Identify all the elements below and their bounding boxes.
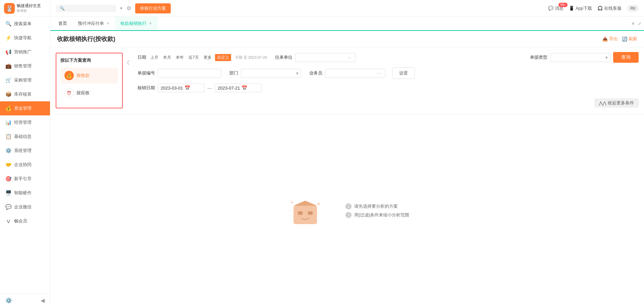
- industry-btn[interactable]: 体验行业方案: [135, 3, 171, 13]
- header-search-box[interactable]: 🔍: [56, 5, 116, 12]
- svg-rect-1: [298, 211, 303, 215]
- sidebar-item-search[interactable]: 🔍 搜索菜单: [0, 17, 50, 31]
- date-7days[interactable]: 近7天: [187, 54, 200, 61]
- query-option-receivable[interactable]: ⏰ 按应收: [60, 85, 118, 101]
- receivable-option-icon: ⏰: [64, 88, 74, 98]
- sidebar-item-system[interactable]: ⚙️ 系统管理: [0, 144, 50, 158]
- tab-receipt-label: 收款核销执行: [120, 20, 147, 27]
- message-btn[interactable]: 💬 消息 99+: [548, 5, 564, 11]
- refresh-icon: 🔄: [622, 37, 627, 42]
- sidebar-item-marketing[interactable]: 📢 营销推广: [0, 45, 50, 59]
- export-label: 导出: [609, 36, 618, 42]
- empty-svg: [285, 191, 325, 231]
- verify-end-date[interactable]: 2023-07-21 📅: [215, 84, 262, 92]
- sidebar-item-label: 经营管理: [14, 119, 32, 125]
- sidebar-item-inventory[interactable]: 📦 库存核算: [0, 87, 50, 101]
- staff-input[interactable]: ···: [325, 69, 385, 78]
- date-this-month[interactable]: 本月: [162, 54, 172, 61]
- tab-receipt[interactable]: 收款核销执行 ×: [115, 17, 158, 31]
- verify-date-field-group: 核销日期 2023-03-01 📅 — 2023-07-21 📅: [138, 84, 262, 92]
- tab-receipt-close[interactable]: ×: [149, 20, 152, 27]
- sidebar-item-guide[interactable]: 🎯 新手引导: [0, 172, 50, 186]
- verify-start-date[interactable]: 2023-03-01 📅: [158, 84, 205, 92]
- query-panel: 按以下方案查询 💰 按收款 ⏰ 按应收: [56, 53, 123, 108]
- svg-rect-0: [293, 206, 317, 224]
- receipt-option-icon: 💰: [64, 71, 74, 80]
- query-panel-title: 按以下方案查询: [60, 57, 118, 63]
- sidebar-item-label: 基础信息: [14, 134, 32, 140]
- svg-point-4: [317, 203, 320, 205]
- date-separator: —: [207, 85, 212, 91]
- filter-rows: 日期 上月 本月 本年 近7天 更多 自定义 不限 至 2023-07-26: [132, 47, 644, 114]
- bill-type-label: 单据类型: [530, 54, 547, 60]
- sidebar-item-finance[interactable]: 💰 资金管理: [0, 101, 50, 115]
- query-btn[interactable]: 查询: [613, 52, 639, 63]
- sidebar-item-wechat[interactable]: 💬 企业微信: [0, 200, 50, 214]
- tab-home[interactable]: 首页: [53, 17, 72, 31]
- settings-btn[interactable]: 设置: [392, 67, 415, 79]
- date-last-month[interactable]: 上月: [149, 54, 160, 61]
- collapse-more-btn[interactable]: ⋀⋀ 收起更多条件: [594, 98, 639, 108]
- maximize-window-icon[interactable]: ⤢: [638, 21, 641, 26]
- sidebar-item-basic[interactable]: 📋 基础信息: [0, 130, 50, 144]
- bill-type-select[interactable]: [550, 53, 610, 62]
- header-right: 💬 消息 99+ 📱 App下载 🎧 在线客服 Rit: [548, 5, 639, 12]
- app-download-btn[interactable]: 📱 App下载: [569, 5, 592, 11]
- collapse-up-icon: ⋀⋀: [599, 101, 606, 106]
- guide-icon: 🎯: [5, 176, 11, 182]
- online-service-btn[interactable]: 🎧 在线客服: [597, 5, 622, 11]
- logo-icon: 🐰: [4, 3, 15, 14]
- export-btn[interactable]: 📤 导出: [602, 36, 618, 42]
- date-this-year[interactable]: 本年: [174, 54, 185, 61]
- hardware-icon: 🖥️: [5, 190, 11, 196]
- sidebar-nav: 🔍 搜索菜单 ⚡ 快捷导航 📢 营销推广 💼 销售管理 🛒 采购管理 📦 库存核…: [0, 17, 50, 294]
- svg-point-5: [289, 210, 291, 211]
- tab-prepay-close[interactable]: ×: [106, 20, 110, 27]
- finance-icon: 💰: [5, 105, 11, 111]
- sidebar-item-hardware[interactable]: 🖥️ 智能硬件: [0, 186, 50, 200]
- sidebar-item-quicknav[interactable]: ⚡ 快捷导航: [0, 31, 50, 45]
- refresh-btn[interactable]: 🔄 刷新: [622, 36, 637, 42]
- counterparty-dots: ···: [347, 55, 351, 60]
- date-custom[interactable]: 自定义: [215, 54, 231, 61]
- header-dropdown-icon[interactable]: ▾: [120, 6, 122, 11]
- sidebar-item-member[interactable]: V 畅会员: [0, 214, 50, 228]
- member-icon: V: [5, 218, 11, 224]
- sidebar-item-sales[interactable]: 💼 销售管理: [0, 59, 50, 73]
- tab-prepay[interactable]: 预付冲应付单 ×: [72, 17, 115, 31]
- verify-start-cal-icon[interactable]: 📅: [184, 85, 190, 91]
- tab-prepay-label: 预付冲应付单: [78, 20, 104, 27]
- header-gear-icon[interactable]: ⚙: [126, 5, 131, 11]
- collapse-sidebar-icon[interactable]: ◀: [41, 297, 45, 304]
- sales-icon: 💼: [5, 63, 11, 69]
- collapse-panel-btn[interactable]: 《: [123, 53, 131, 68]
- bill-no-input[interactable]: [158, 69, 221, 78]
- sidebar-item-label: 企业协同: [14, 162, 32, 168]
- verify-date-label: 核销日期: [138, 85, 155, 91]
- counterparty-input[interactable]: ···: [295, 53, 356, 62]
- close-window-icon[interactable]: ✕: [631, 21, 635, 26]
- sidebar-item-management[interactable]: 📊 经营管理: [0, 115, 50, 130]
- sidebar-item-purchase[interactable]: 🛒 采购管理: [0, 73, 50, 87]
- date-shortcuts: 上月 本月 本年 近7天 更多 自定义: [149, 54, 231, 61]
- sidebar-item-label: 企业微信: [14, 204, 32, 210]
- query-option-receipt[interactable]: 💰 按收款: [60, 67, 118, 84]
- tab-bar: 首页 预付冲应付单 × 收款核销执行 × ✕ ⤢: [50, 17, 644, 31]
- sidebar-item-collab[interactable]: 🤝 企业协同: [0, 158, 50, 172]
- date-no-limit-text: 不限 至 2023-07-26: [235, 55, 267, 60]
- date-label: 日期: [138, 54, 146, 60]
- bill-type-select-wrapper: ▾: [550, 53, 610, 62]
- date-more[interactable]: 更多: [202, 54, 213, 61]
- page-header: 收款核销执行(按收款) 📤 导出 🔄 刷新: [50, 31, 644, 47]
- counterparty-label: 往来单位: [275, 54, 292, 60]
- empty-tip-1-text: 请先选择要分析的方案: [354, 203, 398, 209]
- quicknav-icon: ⚡: [5, 35, 11, 41]
- svg-rect-2: [308, 211, 313, 215]
- settings-bottom-icon[interactable]: ⚙️: [5, 297, 12, 304]
- sidebar-item-label: 库存核算: [14, 91, 32, 97]
- verify-end-cal-icon[interactable]: 📅: [241, 85, 247, 91]
- sidebar-item-label: 智能硬件: [14, 190, 32, 196]
- dept-select[interactable]: [241, 69, 301, 78]
- user-profile[interactable]: Rit: [627, 5, 639, 12]
- date-field-group: 日期 上月 本月 本年 近7天 更多 自定义 不限 至 2023-07-26: [138, 54, 267, 61]
